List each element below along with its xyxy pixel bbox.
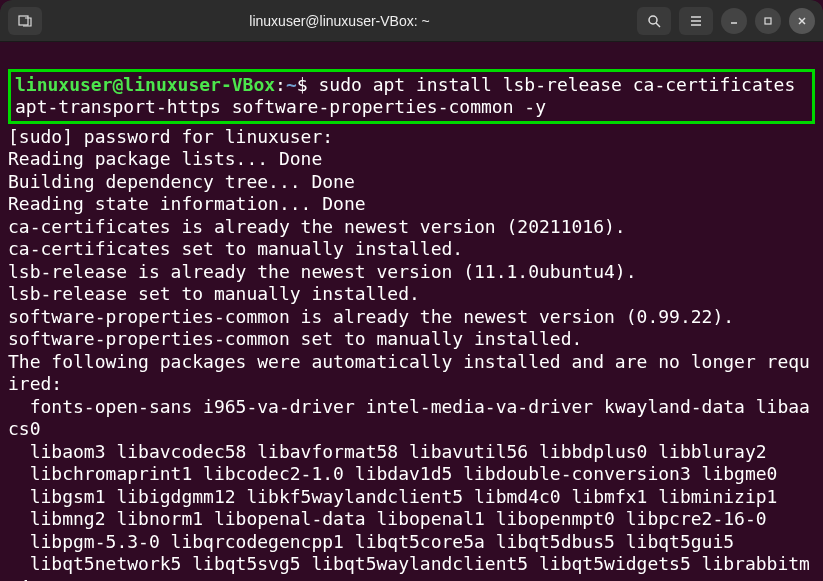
command-highlight-box: linuxuser@linuxuser-VBox:~$ sudo apt ins… xyxy=(8,69,815,124)
titlebar-left-controls xyxy=(8,7,42,35)
svg-rect-0 xyxy=(19,16,28,25)
prompt-symbol: $ xyxy=(297,74,319,95)
svg-rect-7 xyxy=(765,18,771,24)
new-tab-button[interactable] xyxy=(8,7,42,35)
close-button[interactable] xyxy=(789,8,815,34)
maximize-icon xyxy=(763,16,773,26)
prompt-separator: : xyxy=(275,74,286,95)
terminal-output[interactable]: linuxuser@linuxuser-VBox:~$ sudo apt ins… xyxy=(0,42,823,581)
maximize-button[interactable] xyxy=(755,8,781,34)
svg-line-2 xyxy=(656,23,660,27)
new-tab-icon xyxy=(18,14,32,28)
minimize-button[interactable] xyxy=(721,8,747,34)
minimize-icon xyxy=(729,16,739,26)
menu-button[interactable] xyxy=(679,7,713,35)
search-icon xyxy=(647,14,661,28)
titlebar: linuxuser@linuxuser-VBox: ~ xyxy=(0,0,823,42)
terminal-output-text: [sudo] password for linuxuser: Reading p… xyxy=(8,126,810,582)
hamburger-icon xyxy=(689,14,703,28)
close-icon xyxy=(797,16,807,26)
search-button[interactable] xyxy=(637,7,671,35)
prompt-userhost: linuxuser@linuxuser-VBox xyxy=(15,74,275,95)
window-title: linuxuser@linuxuser-VBox: ~ xyxy=(42,13,637,29)
prompt-path: ~ xyxy=(286,74,297,95)
svg-point-1 xyxy=(649,16,657,24)
titlebar-right-controls xyxy=(637,7,815,35)
